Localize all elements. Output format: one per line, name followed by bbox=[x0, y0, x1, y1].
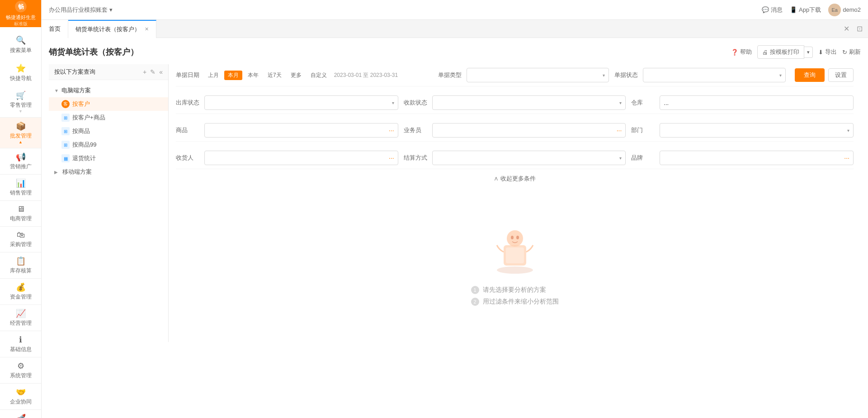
sidebar-item-marketing[interactable]: 📢 营销推广 bbox=[0, 148, 42, 175]
sidebar: 畅 畅捷通好生意 标准版 🔍 搜索菜单 ⭐ 快捷导航 🛒 零售管理 ▼ 📦 批发… bbox=[0, 0, 42, 418]
staff-dots[interactable]: ··· bbox=[617, 127, 622, 134]
sidebar-item-guide[interactable]: 🚀 新手引导 bbox=[0, 410, 42, 418]
customer-goods-label: 按客户+商品 bbox=[72, 114, 105, 122]
retail-label: 零售管理 bbox=[10, 101, 32, 109]
scheme-add-btn[interactable]: + bbox=[143, 68, 146, 76]
out-status-control[interactable]: ▾ bbox=[204, 95, 398, 110]
tab-sales-stats[interactable]: 销货单统计表（按客户） ✕ bbox=[68, 20, 156, 38]
sidebar-item-operations[interactable]: 📈 经营管理 bbox=[0, 305, 42, 331]
message-btn[interactable]: 💬 消息 bbox=[762, 6, 783, 14]
avatar-text: Ea bbox=[832, 7, 838, 13]
scheme-actions: + ✎ « bbox=[143, 68, 163, 76]
sidebar-item-system[interactable]: ⚙ 系统管理 bbox=[0, 357, 42, 384]
export-icon: ⬇ bbox=[818, 49, 823, 56]
mobile-label: 移动端方案 bbox=[62, 168, 92, 176]
sidebar-item-nav[interactable]: ⭐ 快捷导航 bbox=[0, 59, 41, 87]
tip-2-num: 2 bbox=[471, 298, 479, 306]
sidebar-item-wholesale[interactable]: 📦 批发管理 ▲ bbox=[0, 118, 42, 148]
tree-item-customer-goods[interactable]: ⊞ 按客户+商品 bbox=[49, 111, 168, 124]
sidebar-item-search[interactable]: 🔍 搜索菜单 bbox=[0, 31, 41, 59]
scheme-edit-btn[interactable]: ✎ bbox=[150, 68, 156, 76]
tree-group-mobile[interactable]: ▶ 移动端方案 bbox=[49, 165, 168, 179]
tab-close-btn[interactable]: ✕ bbox=[145, 26, 149, 32]
empty-tip-2: 2 用过滤条件来缩小分析范围 bbox=[471, 298, 559, 306]
tip-2-text: 用过滤条件来缩小分析范围 bbox=[483, 298, 559, 306]
search-label: 搜索菜单 bbox=[10, 47, 32, 54]
refresh-btn[interactable]: ↻ 刷新 bbox=[842, 48, 861, 56]
receiver-control[interactable]: ··· bbox=[204, 151, 398, 165]
basic-label: 基础信息 bbox=[10, 346, 32, 353]
date-tab-7days[interactable]: 近7天 bbox=[264, 71, 285, 80]
export-btn[interactable]: ⬇ 导出 bbox=[818, 48, 837, 56]
type-control[interactable]: ▾ bbox=[467, 68, 609, 82]
sales-label: 销售管理 bbox=[10, 189, 32, 197]
tree-group-pc-header[interactable]: ▼ 电脑端方案 bbox=[49, 84, 168, 97]
tree-item-goods[interactable]: ⊞ 按商品 bbox=[49, 124, 168, 138]
collapse-btn[interactable]: ∧ 收起更多条件 bbox=[494, 175, 536, 183]
date-filter: 上月 本月 本年 近7天 更多 自定义 2023-03-01 至 2023-03… bbox=[204, 71, 433, 80]
user-info[interactable]: Ea demo2 bbox=[828, 4, 861, 16]
app-download-btn[interactable]: 📱 App下载 bbox=[790, 6, 821, 14]
sidebar-item-collab[interactable]: 🤝 企业协同 bbox=[0, 384, 42, 410]
date-tab-more[interactable]: 更多 bbox=[287, 71, 305, 80]
brand-label: 品牌 bbox=[631, 154, 656, 162]
receiver-dots[interactable]: ··· bbox=[389, 154, 394, 162]
sidebar-item-finance[interactable]: 💰 资金管理 bbox=[0, 279, 42, 305]
tab-restore-btn[interactable]: ⊡ bbox=[855, 23, 864, 35]
tree-item-customer[interactable]: 客 按客户 bbox=[49, 97, 168, 111]
filter-dept: 部门 ▾ bbox=[631, 123, 854, 138]
header-left: 办公用品行业模拟账套 ▾ bbox=[49, 6, 113, 14]
settings-btn[interactable]: 设置 bbox=[828, 68, 854, 82]
sidebar-item-ecommerce[interactable]: 🖥 电商管理 bbox=[0, 201, 42, 227]
sidebar-item-retail[interactable]: 🛒 零售管理 ▼ bbox=[0, 87, 42, 118]
tip-1-text: 请先选择要分析的方案 bbox=[483, 286, 546, 294]
tab-close-all-btn[interactable]: ✕ bbox=[842, 23, 851, 35]
filter-brand: 品牌 ··· bbox=[631, 151, 854, 165]
scheme-collapse-btn[interactable]: « bbox=[159, 68, 163, 76]
date-tab-this-year[interactable]: 本年 bbox=[244, 71, 262, 80]
logo[interactable]: 畅 畅捷通好生意 标准版 bbox=[0, 0, 42, 27]
tree-group-pc: ▼ 电脑端方案 客 按客户 ⊞ 按客户+商品 ⊞ bbox=[49, 84, 168, 165]
print-dropdown-btn[interactable]: ▾ bbox=[804, 47, 813, 58]
product-selector[interactable]: 办公用品行业模拟账套 ▾ bbox=[49, 6, 113, 14]
tree-item-return[interactable]: ▦ 退货统计 bbox=[49, 152, 168, 165]
return-label: 退货统计 bbox=[72, 154, 96, 162]
tab-home[interactable]: 首页 bbox=[42, 20, 68, 38]
out-status-label: 出库状态 bbox=[176, 99, 201, 107]
sidebar-item-sales[interactable]: 📊 销售管理 bbox=[0, 175, 42, 201]
goods-dots[interactable]: ··· bbox=[389, 127, 394, 134]
dept-control[interactable]: ▾ bbox=[660, 123, 854, 138]
filter-status: 单据状态 ▾ bbox=[614, 68, 786, 82]
brand-control[interactable]: ··· bbox=[660, 151, 854, 165]
app-label: App下载 bbox=[799, 6, 821, 14]
status-control[interactable]: ▾ bbox=[643, 68, 786, 82]
help-btn[interactable]: ❓ 帮助 bbox=[731, 48, 752, 56]
query-btn[interactable]: 查询 bbox=[795, 68, 825, 82]
date-tab-last-month[interactable]: 上月 bbox=[204, 71, 222, 80]
sidebar-item-purchase[interactable]: 🛍 采购管理 bbox=[0, 227, 42, 252]
retail-icon: 🛒 bbox=[16, 90, 26, 100]
collect-control[interactable]: ▾ bbox=[432, 95, 626, 110]
ecommerce-label: 电商管理 bbox=[10, 215, 32, 223]
goods-control[interactable]: ··· bbox=[204, 123, 398, 138]
customer-label: 按客户 bbox=[72, 100, 90, 108]
warehouse-control[interactable]: ... bbox=[660, 95, 854, 110]
date-tab-custom[interactable]: 自定义 bbox=[307, 71, 330, 80]
date-tab-this-month[interactable]: 本月 bbox=[224, 71, 242, 80]
sidebar-item-inventory[interactable]: 📋 库存核算 bbox=[0, 252, 42, 279]
filter-row-3: 商品 ··· 业务员 ··· bbox=[176, 119, 854, 142]
scheme-panel: 按以下方案查询 + ✎ « ▼ 电脑端方案 客 bbox=[49, 64, 169, 342]
print-btn[interactable]: 🖨 按模板打印 bbox=[757, 45, 804, 59]
brand-dots[interactable]: ··· bbox=[844, 154, 849, 162]
filter-staff: 业务员 ··· bbox=[404, 123, 626, 138]
sidebar-item-basic[interactable]: ℹ 基础信息 bbox=[0, 331, 42, 357]
dropdown-arrow: ▾ bbox=[109, 6, 113, 13]
tree-item-goods99[interactable]: ⊞ 按商品99 bbox=[49, 138, 168, 152]
refresh-icon: ↻ bbox=[842, 49, 847, 56]
staff-control[interactable]: ··· bbox=[432, 123, 626, 138]
print-label: 按模板打印 bbox=[770, 48, 799, 56]
finance-label: 资金管理 bbox=[10, 293, 32, 301]
warehouse-value: ... bbox=[664, 100, 849, 106]
status-label: 单据状态 bbox=[614, 71, 639, 79]
settle-control[interactable]: ▾ bbox=[432, 151, 626, 165]
